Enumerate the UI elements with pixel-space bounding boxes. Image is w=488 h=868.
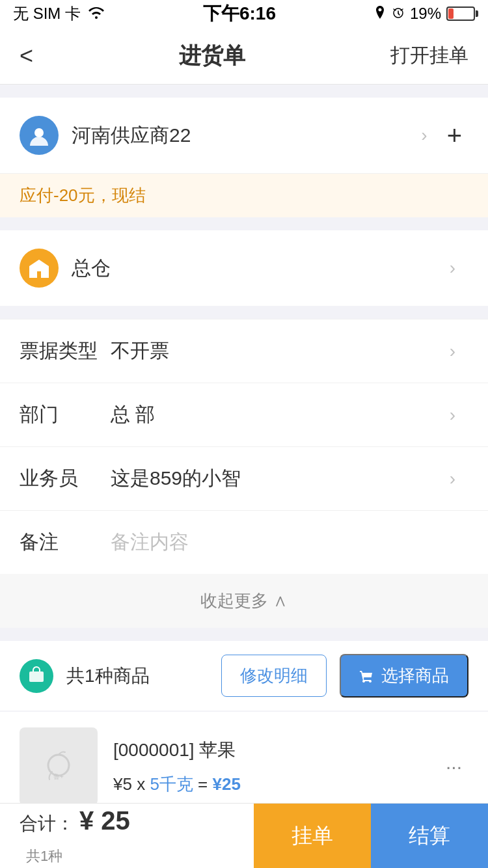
quantity: 5千克 <box>150 774 193 794</box>
divider-3 <box>0 306 488 319</box>
battery-percent: 19% <box>410 5 441 23</box>
svg-text:鲁+: 鲁+ <box>53 773 64 780</box>
total-label: 合计： <box>20 811 74 836</box>
nav-bar: < 进货单 打开挂单 <box>0 27 488 85</box>
page-title: 进货单 <box>179 41 245 71</box>
product-name: [0000001] 苹果 <box>113 738 424 763</box>
alarm-icon <box>392 5 405 23</box>
supplier-avatar <box>20 116 59 155</box>
department-value: 总 部 <box>111 401 450 428</box>
remark-row[interactable]: 备注 备注内容 <box>0 510 488 574</box>
cart-icon <box>359 668 375 684</box>
location-icon <box>373 5 386 23</box>
chevron-right-icon: › <box>421 125 427 146</box>
total-count: 共1种 <box>26 847 130 866</box>
battery-icon <box>446 7 475 21</box>
remark-value: 备注内容 <box>111 529 468 556</box>
ticket-chevron-icon: › <box>450 341 455 362</box>
unit-price: ¥5 <box>113 774 132 794</box>
status-left: 无 SIM 卡 <box>13 3 105 24</box>
warehouse-chevron-icon: › <box>450 258 455 278</box>
form-section: 票据类型 不开票 › 部门 总 部 › 业务员 这是859的小智 › 备注 备注… <box>0 319 488 574</box>
product-more-button[interactable]: ··· <box>439 749 468 784</box>
ticket-type-value: 不开票 <box>111 338 450 364</box>
product-count-label: 共1种商品 <box>66 664 208 688</box>
status-bar: 无 SIM 卡 下午6:16 19% <box>0 0 488 27</box>
line-total: ¥25 <box>213 774 241 794</box>
salesperson-chevron-icon: › <box>450 468 455 489</box>
svg-rect-2 <box>29 671 44 682</box>
svg-point-1 <box>34 128 44 137</box>
edit-detail-button[interactable]: 修改明细 <box>221 655 327 697</box>
total-info: 合计： ¥ 25 共1种 <box>20 806 130 866</box>
back-button[interactable]: < <box>20 42 33 70</box>
open-hang-button[interactable]: 打开挂单 <box>390 42 468 69</box>
product-title: 苹果 <box>199 740 236 760</box>
department-row[interactable]: 部门 总 部 › <box>0 383 488 446</box>
checkout-button[interactable]: 结算 <box>371 804 488 868</box>
total-section: 合计： ¥ 25 共1种 <box>0 804 254 868</box>
product-thumbnail: 鲁+ <box>20 727 98 806</box>
divider-4 <box>0 628 488 641</box>
salesperson-label: 业务员 <box>20 465 111 492</box>
salesperson-row[interactable]: 业务员 这是859的小智 › <box>0 446 488 510</box>
product-price: ¥5 x 5千克 = ¥25 <box>113 773 424 796</box>
warehouse-section: 总仓 › <box>0 230 488 306</box>
carrier-label: 无 SIM 卡 <box>13 3 81 24</box>
product-code: [0000001] <box>113 740 195 760</box>
divider-1 <box>0 85 488 98</box>
collapse-button[interactable]: 收起更多 ∧ <box>0 574 488 628</box>
department-label: 部门 <box>20 401 111 428</box>
salesperson-value: 这是859的小智 <box>111 465 450 492</box>
divider-2 <box>0 217 488 230</box>
warehouse-icon <box>20 249 59 288</box>
ticket-type-label: 票据类型 <box>20 338 111 364</box>
remark-label: 备注 <box>20 529 111 556</box>
warehouse-name: 总仓 <box>72 255 450 282</box>
supplier-section: 河南供应商22 › + 应付-20元，现结 <box>0 98 488 217</box>
status-right: 19% <box>373 5 475 23</box>
bottom-bar: 合计： ¥ 25 共1种 挂单 结算 <box>0 803 488 868</box>
warehouse-row[interactable]: 总仓 › <box>0 230 488 306</box>
department-chevron-icon: › <box>450 405 455 426</box>
supplier-name: 河南供应商22 <box>72 122 421 149</box>
product-info: [0000001] 苹果 ¥5 x 5千克 = ¥25 <box>113 738 424 796</box>
product-header: 共1种商品 修改明细 选择商品 <box>0 641 488 711</box>
hang-button[interactable]: 挂单 <box>254 804 371 868</box>
total-amount: ¥ 25 <box>79 806 130 835</box>
ticket-type-row[interactable]: 票据类型 不开票 › <box>0 319 488 383</box>
select-product-label: 选择商品 <box>381 664 449 687</box>
product-section-icon <box>20 659 53 693</box>
status-time: 下午6:16 <box>203 1 276 26</box>
supplier-row[interactable]: 河南供应商22 › + <box>0 98 488 174</box>
wifi-icon <box>87 5 105 23</box>
balance-note: 应付-20元，现结 <box>0 174 488 217</box>
add-supplier-button[interactable]: + <box>441 121 468 150</box>
select-product-button[interactable]: 选择商品 <box>340 654 468 698</box>
multiply-sign: x <box>137 774 150 794</box>
equals-sign: = <box>198 774 212 794</box>
